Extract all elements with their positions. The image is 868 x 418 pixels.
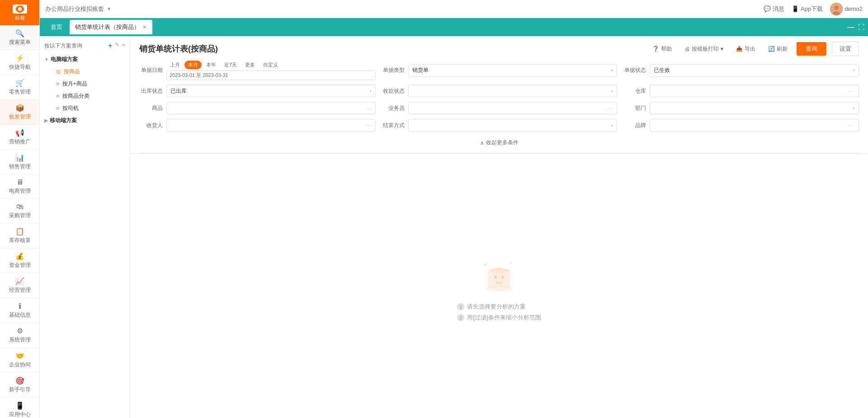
tree-pc-scheme[interactable]: ▼ 电脑端方案 xyxy=(40,53,130,66)
avatar xyxy=(830,3,843,15)
field-salesperson: 业务员 ··· xyxy=(381,102,618,114)
single-type-label: 单据类型 xyxy=(381,66,405,74)
sidebar-label-operations: 经营管理 xyxy=(9,286,31,294)
query-button[interactable]: 查询 xyxy=(797,42,826,56)
sidebar-item-purchase[interactable]: 🛍 采购管理 xyxy=(0,199,39,223)
help-button[interactable]: ❓ 帮助 xyxy=(649,43,675,55)
sidebar-item-app-center[interactable]: 📱 应用中心 xyxy=(0,398,39,418)
sidebar-item-marketing[interactable]: 📢 营销推广 xyxy=(0,125,39,150)
tab-maximize-icon[interactable]: ⛶ xyxy=(858,24,864,31)
product-input[interactable]: ··· xyxy=(166,102,376,114)
sidebar-item-system[interactable]: ⚙ 系统管理 xyxy=(0,323,39,348)
tab-minimize-icon[interactable]: — xyxy=(847,23,854,31)
field-department: 部门 ▾ xyxy=(623,102,859,114)
brand-input[interactable]: ··· xyxy=(650,119,859,132)
tree-by-month-product[interactable]: ≡ 按月+商品 xyxy=(40,78,130,90)
date-tab-custom[interactable]: 自定义 xyxy=(259,61,282,69)
tree-mobile-scheme[interactable]: ▶ 移动端方案 xyxy=(40,114,130,127)
export-button[interactable]: 📤 导出 xyxy=(732,43,759,55)
enterprise-icon: 🤝 xyxy=(15,352,24,360)
export-icon: 📤 xyxy=(736,46,743,52)
tab-close-icon[interactable]: ✕ xyxy=(142,24,147,30)
refresh-button[interactable]: 🔄 刷新 xyxy=(764,43,791,55)
sidebar-item-inventory[interactable]: 📋 库存核算 xyxy=(0,223,39,248)
date-range-display[interactable]: 2023-03-01 至 2023-03-31 xyxy=(166,71,376,80)
tree-by-cashier[interactable]: ≡ 按司机 xyxy=(40,102,130,114)
tab-sales-stats[interactable]: 销货单统计表（按商品） ✕ xyxy=(70,20,152,34)
tree-arrow-pc: ▼ xyxy=(44,57,49,62)
inventory-icon: 📋 xyxy=(15,227,24,236)
sidebar-item-wholesale[interactable]: 📦 批发管理 xyxy=(0,100,39,125)
by-month-product-icon: ≡ xyxy=(56,81,60,87)
product-label: 商品 xyxy=(139,104,163,112)
top-header: 办公用品行业模拟账套 ▾ 💬 消息 📱 App下载 de xyxy=(40,0,868,18)
out-status-input[interactable]: 已出库 ▾ xyxy=(166,85,376,97)
main-area: 办公用品行业模拟账套 ▾ 💬 消息 📱 App下载 de xyxy=(40,0,868,418)
filter-panel-title: 按以下方案查询 + ✎ « xyxy=(40,40,130,53)
settings-button[interactable]: 设置 xyxy=(832,42,859,56)
operations-icon: 📈 xyxy=(15,277,24,285)
print-template-button[interactable]: 🖨 按模板打印 ▾ xyxy=(681,43,727,55)
sidebar-item-newcomer[interactable]: 🎯 新手引导 xyxy=(0,373,39,398)
system-icon: ⚙ xyxy=(17,327,23,335)
brand-label: 品牌 xyxy=(623,122,646,129)
app-download-button[interactable]: 📱 App下载 xyxy=(792,5,823,13)
message-button[interactable]: 💬 消息 xyxy=(764,5,784,13)
by-product-category-icon: ≡ xyxy=(56,93,60,100)
app-download-label: App下载 xyxy=(801,5,823,13)
out-status-dropdown-icon: ▾ xyxy=(369,89,372,94)
salesperson-input[interactable]: ··· xyxy=(408,102,618,114)
date-tab-last-month[interactable]: 上月 xyxy=(166,61,184,69)
by-product-icon: ⊙ xyxy=(56,68,61,75)
filter-add-icon[interactable]: + xyxy=(108,42,112,50)
tab-home[interactable]: 首页 xyxy=(43,20,70,34)
sidebar-item-search-menu[interactable]: 🔍 搜索菜单 xyxy=(0,25,39,50)
department-dropdown-icon: ▾ xyxy=(853,106,855,111)
quick-nav-icon: ⚡ xyxy=(15,54,24,62)
purchase-icon: 🛍 xyxy=(16,203,24,211)
consignee-input[interactable]: ··· xyxy=(166,119,376,132)
payment-status-input[interactable]: ▾ xyxy=(408,85,618,97)
department-input[interactable]: ▾ xyxy=(650,102,859,114)
user-profile[interactable]: demo2 xyxy=(830,3,863,15)
date-tab-this-year[interactable]: 本年 xyxy=(203,61,220,69)
out-status-label: 出库状态 xyxy=(139,87,163,95)
sidebar-item-operations[interactable]: 📈 经营管理 xyxy=(0,273,39,298)
date-tab-more[interactable]: 更多 xyxy=(241,61,259,69)
newcomer-icon: 🎯 xyxy=(15,376,24,385)
single-status-dropdown-icon: ▾ xyxy=(853,68,855,73)
single-status-value: 已生效 xyxy=(654,66,670,74)
app-subtitle: 标服 xyxy=(15,14,25,21)
sidebar-item-retail[interactable]: 🛒 零售管理 xyxy=(0,75,39,100)
tree-by-product[interactable]: ⊙ 按商品 xyxy=(40,66,130,78)
warehouse-dots-icon: ··· xyxy=(848,87,855,95)
dropdown-arrow-icon[interactable]: ▾ xyxy=(108,5,111,12)
warehouse-label: 仓库 xyxy=(623,87,646,95)
warehouse-input[interactable]: ··· xyxy=(650,85,859,97)
collapse-filter-button[interactable]: ∧ 收起更多条件 xyxy=(139,136,859,149)
svg-point-2 xyxy=(834,5,839,10)
tree-by-product-category[interactable]: ≡ 按商品分类 xyxy=(40,90,130,102)
sidebar-item-enterprise[interactable]: 🤝 企业协同 xyxy=(0,348,39,373)
finance-icon: 💰 xyxy=(15,252,24,261)
settlement-input[interactable]: ▾ xyxy=(408,119,618,132)
sidebar-label-search-menu: 搜索菜单 xyxy=(9,38,31,46)
filter-collapse-icon[interactable]: « xyxy=(122,42,125,50)
date-tabs-row: 上月 本月 本年 近7天 更多 自定义 xyxy=(166,61,376,69)
sidebar-item-basic-info[interactable]: ℹ 基础信息 xyxy=(0,298,39,323)
sidebar-item-ecommerce[interactable]: 🖥 电商管理 xyxy=(0,175,39,199)
single-type-input[interactable]: 销货单 ▾ xyxy=(408,64,618,77)
sidebar-item-quick-nav[interactable]: ⚡ 快捷导航 xyxy=(0,50,39,75)
date-tab-this-month[interactable]: 本月 xyxy=(184,61,202,69)
user-label: demo2 xyxy=(844,5,863,12)
by-product-category-label: 按商品分类 xyxy=(62,92,90,100)
single-status-input[interactable]: 已生效 ▾ xyxy=(650,64,859,77)
date-tab-7days[interactable]: 近7天 xyxy=(221,61,241,69)
sidebar-item-sales-mgmt[interactable]: 📊 销售管理 xyxy=(0,150,39,175)
field-brand: 品牌 ··· xyxy=(623,119,859,132)
svg-text:★: ★ xyxy=(483,262,487,267)
header-left: 办公用品行业模拟账套 ▾ xyxy=(45,5,111,13)
sidebar-item-finance[interactable]: 💰 资金管理 xyxy=(0,248,39,273)
filter-edit-icon[interactable]: ✎ xyxy=(115,42,119,50)
svg-point-9 xyxy=(494,276,497,279)
